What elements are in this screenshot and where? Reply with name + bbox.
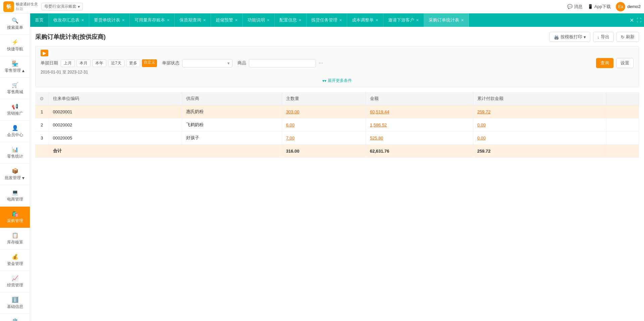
sidebar-item-purchase[interactable]: 🛍️ 采购管理 xyxy=(0,207,30,228)
sidebar-item-marketing[interactable]: 📢 营销推广 xyxy=(0,99,30,121)
member-icon: 👤 xyxy=(12,125,18,131)
filter-toggle[interactable]: ▶ xyxy=(41,50,634,56)
date-this-month[interactable]: 本月 xyxy=(76,59,91,67)
tab-pick-task[interactable]: 拣货任务管理 ✕ xyxy=(307,13,347,27)
col-paid-header: 累计付款金额 xyxy=(473,92,606,105)
col-settings-header[interactable]: ⚙ xyxy=(35,92,49,105)
sidebar-item-search[interactable]: 🔍 搜索菜单 xyxy=(0,13,30,35)
footer-amount: 62,631.76 xyxy=(366,145,473,158)
settings-icon[interactable]: ⚙ xyxy=(40,96,44,101)
close-icon[interactable]: ✕ xyxy=(461,18,464,22)
export-button[interactable]: ↓ 导出 xyxy=(593,32,614,42)
settings-button[interactable]: 设置 xyxy=(616,58,634,68)
col-code-header: 往来单位编码 xyxy=(49,92,182,105)
sidebar-item-retail-mgmt[interactable]: 🏪 零售管理 ▲ xyxy=(0,56,30,78)
app-download-button[interactable]: 📱 App下载 xyxy=(588,4,611,10)
date-last-month[interactable]: 上月 xyxy=(61,59,75,67)
tab-invite-downstream[interactable]: 邀请下游客户 ✕ xyxy=(383,13,424,27)
close-icon[interactable]: ✕ xyxy=(203,18,206,22)
refresh-button[interactable]: ↻ 刷新 xyxy=(616,32,639,42)
status-select[interactable] xyxy=(182,59,232,67)
sidebar-item-inventory[interactable]: 📋 库存核算 xyxy=(0,228,30,250)
row-supplier: 飞鹤奶粉 xyxy=(182,118,282,131)
date-more[interactable]: 更多 xyxy=(126,59,140,67)
close-icon[interactable]: ✕ xyxy=(375,18,378,22)
tab-available-stock[interactable]: 可用量库存账本 ✕ xyxy=(130,13,175,27)
more-options-icon[interactable]: ··· xyxy=(319,60,323,66)
expand-arrow-icon: ▼ xyxy=(21,176,25,180)
tab-cost-adjust[interactable]: 成本调整单 ✕ xyxy=(347,13,383,27)
tab-overstock-warning[interactable]: 超储预警 ✕ xyxy=(211,13,243,27)
tab-expiry-query[interactable]: 保质期查询 ✕ xyxy=(175,13,211,27)
row-supplier: 好孩子 xyxy=(182,131,282,145)
filter-collapse-icon[interactable]: ▶ xyxy=(41,50,48,56)
user-area[interactable]: Ea demo2 xyxy=(616,2,641,11)
close-icon[interactable]: ✕ xyxy=(267,18,270,22)
sidebar-item-wholesale[interactable]: 📦 批发管理 ▼ xyxy=(0,164,30,185)
row-num: 2 xyxy=(35,118,49,131)
refresh-icon: ↻ xyxy=(621,35,625,40)
row-extra xyxy=(606,105,639,118)
tab-purchase-stats[interactable]: 采购订单统计表 ✕ xyxy=(424,13,469,27)
print-button[interactable]: 🖨️ 按模板打印 ▾ xyxy=(549,32,590,42)
row-quantity: 7.00 xyxy=(282,131,366,145)
filter-row-1: 单据日期 上月 本月 本年 近7天 更多 自定义 单据状态 xyxy=(41,58,634,68)
row-amount: 525.80 xyxy=(366,131,473,145)
tab-receive-summary[interactable]: 收发存汇总表 ✕ xyxy=(49,13,89,27)
page-title: 采购订单统计表(按供应商) xyxy=(35,33,106,41)
sidebar-item-retail-stats[interactable]: 📊 零售统计 xyxy=(0,142,30,164)
page-content: 采购订单统计表(按供应商) 🖨️ 按模板打印 ▾ ↓ 导出 ↻ xyxy=(30,27,644,321)
tab-config[interactable]: 配置信息 ✕ xyxy=(275,13,307,27)
close-icon[interactable]: ✕ xyxy=(299,18,302,22)
table-row[interactable]: 2 00020002 飞鹤奶粉 6.00 1,586.52 xyxy=(35,118,639,131)
footer-label: 合计 xyxy=(49,145,282,158)
table-row[interactable]: 1 00020001 惠氏奶粉 303.00 60,519.44 xyxy=(35,105,639,118)
close-icon[interactable]: ✕ xyxy=(122,18,125,22)
filter-area: ▶ 单据日期 上月 本月 本年 近7天 更多 自定义 xyxy=(35,46,639,87)
close-icon[interactable]: ✕ xyxy=(235,18,238,22)
expand-more-button[interactable]: ▾▾ 展开更多条件 xyxy=(322,78,352,84)
tab-order-stats[interactable]: 要货单统计表 ✕ xyxy=(89,13,130,27)
retail-icon: 🏪 xyxy=(12,60,18,67)
row-code: 00020002 xyxy=(49,118,182,131)
logo-icon: 畅 xyxy=(3,1,14,12)
custom-date-tag: 自定义 xyxy=(142,59,157,67)
sidebar-item-member-center[interactable]: 👤 会员中心 xyxy=(0,121,30,142)
maximize-icon[interactable]: ⛶ xyxy=(637,17,641,23)
sidebar-item-system[interactable]: ⚙️ 系统管理 xyxy=(0,314,30,321)
workspace-selector[interactable]: 母婴行业演示账套 ▾ xyxy=(41,3,83,10)
close-icon[interactable]: ✕ xyxy=(167,18,170,22)
row-amount: 60,519.44 xyxy=(366,105,473,118)
date-this-year[interactable]: 本年 xyxy=(92,59,106,67)
operations-icon: 📈 xyxy=(12,275,18,281)
sidebar-item-operations[interactable]: 📈 经营管理 xyxy=(0,271,30,292)
sidebar-item-retail-mall[interactable]: 🛒 零售商城 xyxy=(0,78,30,99)
download-icon: 📱 xyxy=(588,4,593,9)
sidebar-item-finance[interactable]: 💰 资金管理 xyxy=(0,250,30,271)
row-extra xyxy=(606,118,639,131)
tab-function-desc[interactable]: 功能说明 ✕ xyxy=(243,13,275,27)
nav-tabs: 首页 收发存汇总表 ✕ 要货单统计表 ✕ 可用量库存账本 ✕ 保质期查询 ✕ xyxy=(30,13,644,27)
logo-text: 畅捷通好生意 标题 xyxy=(16,2,38,11)
sidebar-item-quicknav[interactable]: ⚡ 快捷导航 xyxy=(0,35,30,56)
close-window-icon[interactable]: ✕ xyxy=(630,17,634,23)
col-extra-header xyxy=(606,92,639,105)
tab-home[interactable]: 首页 xyxy=(30,13,49,27)
query-button[interactable]: 查询 xyxy=(596,58,613,68)
close-icon[interactable]: ✕ xyxy=(81,18,84,22)
username-label: demo2 xyxy=(627,4,641,9)
wholesale-icon: 📦 xyxy=(12,168,18,174)
date-last-7-days[interactable]: 近7天 xyxy=(108,59,124,67)
table-row[interactable]: 3 00020005 好孩子 7.00 525.80 0. xyxy=(35,131,639,145)
sidebar: 🔍 搜索菜单 ⚡ 快捷导航 🏪 零售管理 ▲ 🛒 零售商城 📢 营销推广 xyxy=(0,13,30,321)
sidebar-item-ecommerce[interactable]: 💻 电商管理 xyxy=(0,185,30,207)
footer-empty xyxy=(35,145,49,158)
close-icon[interactable]: ✕ xyxy=(416,18,419,22)
row-quantity: 6.00 xyxy=(282,118,366,131)
messages-button[interactable]: 💬 消息 xyxy=(567,4,583,10)
goods-input[interactable] xyxy=(249,59,316,67)
date-quick-buttons: 上月 本月 本年 近7天 更多 自定义 xyxy=(61,59,157,67)
status-select-wrapper: ▾ xyxy=(182,59,232,67)
sidebar-item-basic-info[interactable]: ℹ️ 基础信息 xyxy=(0,292,30,314)
close-icon[interactable]: ✕ xyxy=(339,18,342,22)
